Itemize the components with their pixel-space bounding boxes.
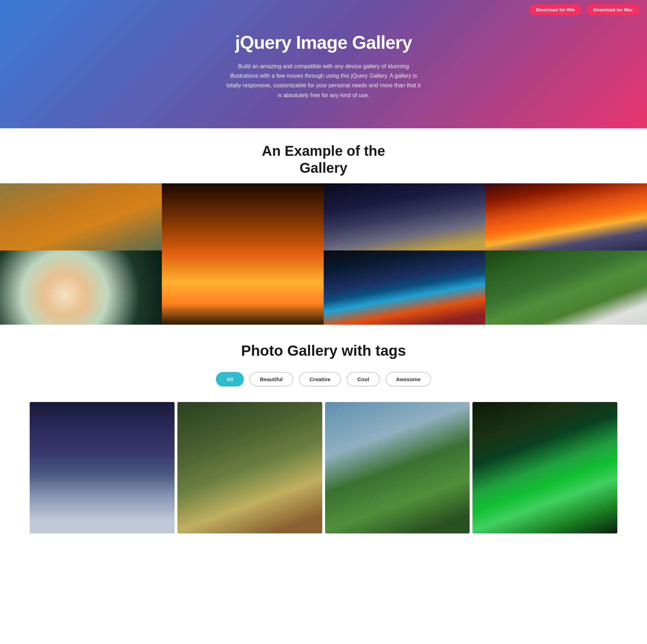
- gallery-cell-3[interactable]: [324, 183, 486, 250]
- hero-nav: Download for Win Download for Mac: [529, 4, 640, 15]
- tag-all[interactable]: All: [216, 372, 244, 386]
- hero-description: Build an amazing and compatible with any…: [225, 61, 423, 100]
- tags-row: All Beautiful Creative Cool Awesome: [7, 372, 640, 386]
- gallery-cell-1[interactable]: [0, 183, 162, 250]
- gallery-heading: An Example of the Gallery: [0, 142, 647, 176]
- gallery-section-title: An Example of the Gallery: [0, 128, 647, 183]
- gallery-cell-5[interactable]: [0, 250, 162, 325]
- thumb-3[interactable]: [325, 402, 470, 534]
- thumb-4[interactable]: [472, 402, 617, 534]
- bottom-gallery: [7, 401, 640, 549]
- hero-title: jQuery Image Gallery: [7, 32, 640, 53]
- gallery-cell-4[interactable]: [485, 183, 647, 250]
- gallery-cell-8[interactable]: [485, 250, 647, 325]
- gallery-cell-7[interactable]: [324, 250, 486, 325]
- tag-creative[interactable]: Creative: [299, 372, 341, 386]
- download-win-button[interactable]: Download for Win: [529, 4, 582, 15]
- tags-section-title: Photo Gallery with tags: [7, 342, 640, 359]
- tag-beautiful[interactable]: Beautiful: [249, 372, 293, 386]
- gallery-cell-2[interactable]: [162, 183, 324, 325]
- hero-section: Download for Win Download for Mac jQuery…: [0, 0, 647, 128]
- mosaic-gallery: [0, 183, 647, 325]
- tags-section: Photo Gallery with tags All Beautiful Cr…: [0, 325, 647, 560]
- download-mac-button[interactable]: Download for Mac: [586, 4, 640, 15]
- tag-awesome[interactable]: Awesome: [386, 372, 431, 386]
- tag-cool[interactable]: Cool: [347, 372, 380, 386]
- thumb-2[interactable]: [177, 402, 322, 534]
- thumb-1[interactable]: [30, 402, 175, 534]
